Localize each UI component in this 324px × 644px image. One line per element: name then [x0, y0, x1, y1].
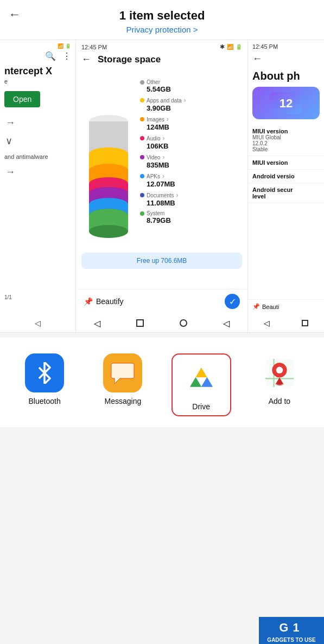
nav-back-right-icon[interactable]: ◁: [264, 319, 270, 327]
page-counter: 1/1: [4, 294, 12, 300]
app-item-messaging[interactable]: Messaging: [93, 353, 153, 405]
privacy-link[interactable]: Privacy protection >: [126, 25, 198, 34]
beautify-bar-mid: 📌 Beautify ✓: [76, 289, 247, 313]
battery-mid-icon: 🔋: [236, 44, 242, 50]
beautify-check-mid[interactable]: ✓: [225, 294, 240, 309]
watermark-svg: G 1: [278, 619, 305, 637]
label-docs: Documents: [147, 192, 174, 198]
antimalware-text: and antimalware: [0, 149, 75, 164]
beautify-label-right: Beauti: [262, 304, 279, 310]
storage-cylinder-svg: [87, 101, 130, 242]
label-images: Images: [147, 117, 164, 123]
dot-images: [140, 117, 144, 121]
status-bar-right: 12:45 PM: [248, 40, 324, 51]
svg-text:G: G: [279, 620, 289, 634]
label-video: Video: [147, 154, 160, 160]
android-security-label: Android securlevel: [252, 186, 320, 199]
svg-marker-28: [195, 368, 207, 377]
about-miui-version: MIUI version MIUI Global12.0.2Stable: [248, 125, 324, 156]
label-other: Other: [147, 79, 160, 85]
miui-version-value: MIUI Global12.0.2Stable: [252, 134, 320, 152]
about-title: About ph: [248, 68, 324, 87]
phone-panel-mid: 12:45 PM ✱ 📶 🔋 ← Storage space: [76, 40, 248, 333]
legend-other: Other 5.54GB: [140, 79, 242, 93]
value-system: 8.79GB: [147, 216, 242, 224]
legend-system: System 8.79GB: [140, 210, 242, 224]
arrow-images-icon[interactable]: ›: [167, 115, 169, 123]
search-icon[interactable]: 🔍: [45, 51, 56, 61]
watermark: G 1 GADGETS TO USE: [259, 617, 324, 644]
value-other: 5.54GB: [147, 85, 171, 93]
svg-text:12: 12: [279, 96, 293, 110]
miui-version-label: MIUI version: [252, 128, 320, 134]
pin-icon-right: 📌: [252, 303, 260, 310]
arrow-right2-icon: →: [0, 164, 75, 180]
nav-back-mid-icon[interactable]: ◁: [94, 318, 100, 329]
signal-icon: 📶: [58, 43, 63, 49]
nav-home-icon[interactable]: [136, 319, 144, 327]
svg-point-20: [89, 225, 128, 238]
drive-icon-wrap: [182, 359, 221, 398]
miui-logo-box: 12: [252, 87, 320, 119]
value-apks: 12.07MB: [147, 180, 242, 188]
maps-label: Add to: [269, 397, 290, 405]
watermark-text: GADGETS TO USE: [267, 637, 315, 643]
cylinder-visualization: [81, 74, 136, 253]
screenshots-row: 📶 🔋 🔍 ⋮ ntercept X e Open → ∨ and antima…: [0, 40, 324, 333]
bluetooth-icon-svg: [34, 362, 55, 384]
svg-marker-27: [190, 377, 201, 387]
label-system: System: [147, 210, 164, 216]
app-item-drive[interactable]: Drive: [171, 353, 231, 416]
apps-section: Bluetooth Messaging: [0, 337, 324, 427]
arrow-apps-icon[interactable]: ›: [184, 96, 186, 104]
watermark-logo: G 1 GADGETS TO USE: [267, 619, 315, 643]
legend-apks: APKs › 12.07MB: [140, 172, 242, 188]
value-docs: 11.08MB: [147, 199, 242, 207]
miui-logo-svg: 12: [270, 92, 302, 114]
phone-header-mid: ← Storage space: [76, 51, 247, 68]
legend-video: Video › 835MB: [140, 153, 242, 169]
app-item-maps[interactable]: Add to: [250, 353, 309, 405]
screen-title-mid: Storage space: [98, 54, 161, 65]
arrow-audio-icon[interactable]: ›: [163, 134, 165, 142]
arrow-video-icon[interactable]: ›: [162, 153, 164, 161]
dot-apps: [140, 98, 144, 102]
messaging-label: Messaging: [105, 397, 142, 405]
phone-header-icons-left: 🔍 ⋮: [0, 50, 75, 62]
pin-icon-mid: 📌: [84, 297, 93, 306]
more-icon[interactable]: ⋮: [62, 51, 71, 61]
svg-point-35: [276, 367, 283, 373]
maps-icon-wrap: [260, 353, 299, 392]
beautify-label-mid: 📌 Beautify: [84, 297, 124, 306]
bluetooth-status-icon: ✱: [220, 43, 225, 50]
status-bar-left: 📶 🔋: [0, 40, 75, 50]
back-button[interactable]: ←: [9, 8, 21, 22]
value-images: 124MB: [147, 123, 242, 131]
signal-mid-icon: 📶: [227, 44, 233, 50]
storage-legend: Other 5.54GB Apps and data › 3.90GB: [136, 74, 242, 253]
open-button[interactable]: Open: [4, 91, 40, 107]
nav-back2-mid-icon[interactable]: ◁: [223, 318, 230, 329]
label-audio: Audio: [147, 136, 161, 141]
drive-icon-svg: [187, 364, 215, 392]
time-mid: 12:45 PM: [81, 44, 107, 50]
nav-recents-icon[interactable]: [180, 319, 187, 327]
nav-home-right-icon[interactable]: [302, 320, 308, 326]
app-item-bluetooth[interactable]: Bluetooth: [15, 353, 74, 405]
back-arrow-mid[interactable]: ←: [81, 54, 91, 65]
about-android-version: Android versio: [248, 170, 324, 183]
nav-back-icon[interactable]: ◁: [35, 319, 41, 327]
back-arrow-right[interactable]: ←: [252, 53, 262, 65]
arrow-docs-icon[interactable]: ›: [176, 191, 179, 199]
free-up-bar[interactable]: Free up 706.6MB: [81, 253, 242, 269]
arrow-right-icon: →: [0, 113, 75, 133]
drive-label: Drive: [192, 402, 210, 411]
chevron-down-icon: ∨: [0, 133, 75, 149]
miui-version2-label: MIUI version: [252, 159, 320, 166]
dot-docs: [140, 193, 144, 197]
time-right: 12:45 PM: [252, 43, 278, 50]
nav-bar-left: ◁: [0, 313, 75, 333]
arrow-apks-icon[interactable]: ›: [162, 172, 164, 180]
about-miui-version2: MIUI version: [248, 156, 324, 170]
header: ← 1 item selected Privacy protection >: [0, 0, 324, 40]
